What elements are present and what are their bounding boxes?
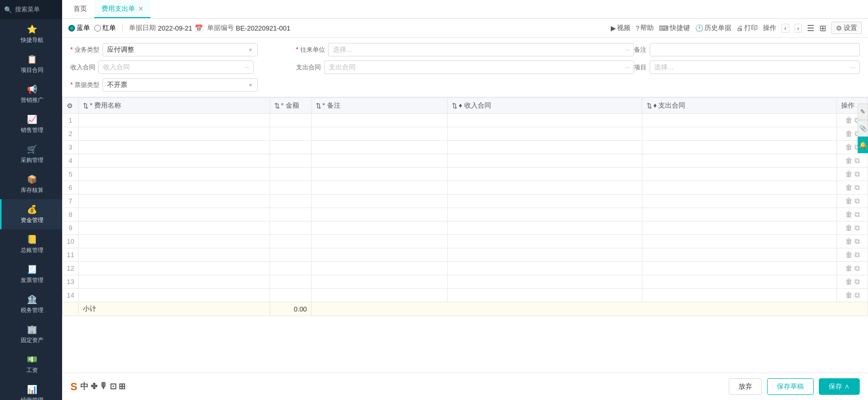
- expense-contract-cell[interactable]: [642, 195, 837, 208]
- income-contract-cell[interactable]: [448, 114, 642, 127]
- expense-name-cell[interactable]: [79, 235, 270, 248]
- delete-icon[interactable]: 🗑: [845, 210, 852, 219]
- delete-icon[interactable]: 🗑: [845, 224, 852, 232]
- income-dots[interactable]: ···: [245, 65, 249, 70]
- expense-contract-sort-icon[interactable]: ⇅: [646, 102, 652, 110]
- sidebar-item-marketing[interactable]: 📢营销推广: [0, 79, 62, 109]
- sidebar-item-fixed-assets[interactable]: 🏢固定资产: [0, 319, 62, 349]
- expense-contract-input[interactable]: 支出合同 ···: [324, 61, 635, 74]
- expense-name-cell[interactable]: [79, 248, 270, 262]
- view-list-btn[interactable]: ☰: [807, 23, 814, 33]
- amount-cell[interactable]: [270, 181, 311, 195]
- expense-name-cell[interactable]: [79, 127, 270, 141]
- sidebar-item-tax-mgmt[interactable]: 🏦税务管理: [0, 289, 62, 319]
- delete-icon[interactable]: 🗑: [845, 143, 852, 152]
- copy-icon[interactable]: ⧉: [855, 277, 860, 286]
- remark-cell[interactable]: [311, 235, 447, 248]
- copy-icon[interactable]: ⧉: [855, 210, 860, 219]
- expense-contract-cell[interactable]: [642, 208, 837, 221]
- tab-expense-bill-close[interactable]: ✕: [138, 5, 143, 12]
- amount-cell[interactable]: [270, 289, 311, 302]
- remark-cell[interactable]: [311, 262, 447, 275]
- partner-input[interactable]: 选择... ···: [328, 43, 635, 56]
- delete-icon[interactable]: 🗑: [845, 197, 852, 205]
- income-contract-cell[interactable]: [448, 208, 642, 221]
- copy-icon[interactable]: ⧉: [855, 170, 860, 179]
- remark-sort-icon[interactable]: ⇅: [316, 102, 321, 110]
- amount-cell[interactable]: [270, 195, 311, 208]
- expense-name-cell[interactable]: [79, 181, 270, 195]
- brand-icon-3[interactable]: 🎙: [99, 381, 108, 392]
- remark-cell[interactable]: [311, 208, 447, 221]
- expense-name-cell[interactable]: [79, 114, 270, 127]
- copy-icon[interactable]: ⧉: [855, 264, 860, 273]
- sidebar-item-inventory[interactable]: 📦库存核算: [0, 169, 62, 199]
- right-panel-attach-icon[interactable]: 📎: [858, 120, 868, 137]
- remark-cell[interactable]: [311, 127, 447, 141]
- brand-icon-4[interactable]: ⊡: [110, 381, 116, 392]
- calendar-icon[interactable]: 📅: [195, 24, 203, 32]
- right-panel-notify-icon[interactable]: 🔔: [858, 137, 868, 153]
- delete-icon[interactable]: 🗑: [845, 291, 852, 300]
- expense-contract-cell[interactable]: [642, 181, 837, 195]
- remark-cell[interactable]: [311, 114, 447, 127]
- remark-cell[interactable]: [311, 248, 447, 262]
- amount-cell[interactable]: [270, 235, 311, 248]
- discard-button[interactable]: 放弃: [729, 378, 762, 395]
- project-dots[interactable]: ···: [851, 65, 855, 70]
- nav-next-btn[interactable]: ›: [795, 24, 802, 33]
- remark-cell[interactable]: [311, 195, 447, 208]
- right-panel-edit-icon[interactable]: ✎: [858, 103, 868, 120]
- income-contract-cell[interactable]: [448, 275, 642, 289]
- help-btn[interactable]: ? 帮助: [636, 23, 654, 33]
- tab-expense-bill[interactable]: 费用支出单✕: [94, 0, 151, 18]
- sidebar-item-invoice-mgmt[interactable]: 🧾发票管理: [0, 259, 62, 289]
- amount-cell[interactable]: [270, 141, 311, 154]
- expense-contract-cell[interactable]: [642, 127, 837, 141]
- delete-icon[interactable]: 🗑: [845, 264, 852, 273]
- remark-input[interactable]: [650, 43, 860, 56]
- amount-cell[interactable]: [270, 114, 311, 127]
- partner-dots[interactable]: ···: [625, 47, 629, 53]
- expense-name-cell[interactable]: [79, 154, 270, 168]
- delete-icon[interactable]: 🗑: [845, 237, 852, 246]
- delete-icon[interactable]: 🗑: [845, 277, 852, 286]
- copy-icon[interactable]: ⧉: [855, 183, 860, 192]
- video-btn[interactable]: ▶ 视频: [611, 23, 630, 33]
- delete-icon[interactable]: 🗑: [845, 116, 852, 125]
- income-contract-cell[interactable]: [448, 289, 642, 302]
- project-input[interactable]: 选择... ···: [650, 61, 860, 74]
- shortcut-btn[interactable]: ⌨ 快捷键: [659, 23, 690, 33]
- expense-contract-cell[interactable]: [642, 235, 837, 248]
- print-btn[interactable]: 🖨 打印: [737, 23, 758, 33]
- view-grid-btn[interactable]: ⊞: [819, 23, 826, 33]
- expense-contract-cell[interactable]: [642, 221, 837, 235]
- sidebar-item-purchase-mgmt[interactable]: 🛒采购管理: [0, 139, 62, 169]
- copy-icon[interactable]: ⧉: [855, 250, 860, 259]
- sidebar-search[interactable]: 🔍 搜索菜单: [0, 0, 62, 19]
- remark-cell[interactable]: [311, 221, 447, 235]
- remark-cell[interactable]: [311, 181, 447, 195]
- income-contract-cell[interactable]: [448, 127, 642, 141]
- expense-name-cell[interactable]: [79, 208, 270, 221]
- sidebar-item-sales-mgmt[interactable]: 📈销售管理: [0, 109, 62, 139]
- income-contract-cell[interactable]: [448, 168, 642, 181]
- copy-icon[interactable]: ⧉: [855, 156, 860, 165]
- remark-cell[interactable]: [311, 154, 447, 168]
- amount-cell[interactable]: [270, 248, 311, 262]
- delete-icon[interactable]: 🗑: [845, 183, 852, 192]
- sidebar-item-ops-mgmt[interactable]: 📊经营管理: [0, 379, 62, 400]
- income-contract-cell[interactable]: [448, 141, 642, 154]
- copy-icon[interactable]: ⧉: [855, 237, 860, 246]
- expense-name-cell[interactable]: [79, 168, 270, 181]
- expense-contract-cell[interactable]: [642, 248, 837, 262]
- expense-name-cell[interactable]: [79, 289, 270, 302]
- amount-sort-icon[interactable]: ⇅: [274, 102, 280, 110]
- blue-bill-radio[interactable]: 蓝单: [68, 23, 90, 33]
- expense-contract-cell[interactable]: [642, 168, 837, 181]
- income-contract-cell[interactable]: [448, 195, 642, 208]
- income-contract-input[interactable]: 收入合同 ···: [98, 61, 254, 74]
- income-contract-cell[interactable]: [448, 221, 642, 235]
- amount-cell[interactable]: [270, 221, 311, 235]
- invoice-type-input[interactable]: 不开票 ▼: [102, 78, 258, 92]
